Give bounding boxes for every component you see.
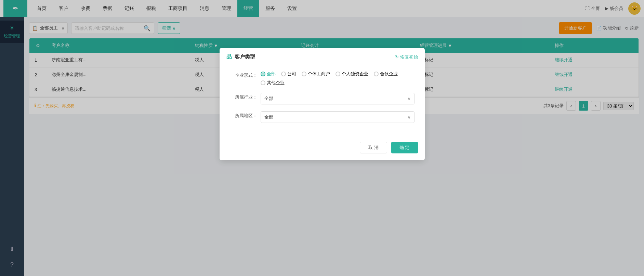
- radio-dot-sole: [336, 72, 340, 76]
- modal-cancel-button[interactable]: 取 消: [360, 142, 387, 153]
- modal-confirm-button[interactable]: 确 定: [391, 142, 418, 153]
- reset-label: 恢复初始: [400, 54, 418, 60]
- enterprise-form-label: 企业形式：: [230, 71, 257, 78]
- region-label: 所属地区：: [230, 111, 257, 119]
- radio-dot-all: [261, 72, 265, 76]
- enterprise-option-all-label: 全部: [267, 71, 276, 77]
- reset-icon: ↻: [395, 54, 399, 60]
- enterprise-option-individual-label: 个体工商户: [308, 71, 330, 77]
- modal-title-icon: 品: [226, 53, 232, 61]
- enterprise-option-individual[interactable]: 个体工商户: [302, 71, 330, 77]
- industry-form-row: 所属行业： 全部 ∨: [230, 93, 415, 104]
- modal-title: 品 客户类型: [226, 53, 255, 61]
- region-select-value: 全部: [264, 114, 273, 120]
- radio-dot-individual: [302, 72, 306, 76]
- filter-modal: 品 客户类型 ↻ 恢复初始 企业形式： 全部: [220, 48, 425, 160]
- enterprise-options: 全部 公司 个体工商户 个人独资企业: [261, 71, 415, 86]
- radio-dot-company: [281, 72, 286, 76]
- region-select-arrow: ∨: [407, 114, 411, 120]
- region-form-row: 所属地区： 全部 ∨: [230, 111, 415, 123]
- enterprise-option-other[interactable]: 其他企业: [261, 80, 285, 86]
- industry-select-value: 全部: [264, 96, 273, 102]
- industry-select-container: 全部 ∨: [261, 93, 415, 104]
- region-select-container: 全部 ∨: [261, 111, 415, 123]
- enterprise-option-other-label: 其他企业: [267, 80, 285, 86]
- industry-select[interactable]: 全部 ∨: [261, 93, 415, 104]
- enterprise-option-sole[interactable]: 个人独资企业: [336, 71, 368, 77]
- modal-title-text: 客户类型: [235, 54, 255, 60]
- radio-dot-other: [261, 80, 265, 85]
- enterprise-option-all[interactable]: 全部: [261, 71, 276, 77]
- enterprise-form-row: 企业形式： 全部 公司 个体工商户: [230, 71, 415, 86]
- industry-select-arrow: ∨: [407, 96, 411, 101]
- enterprise-option-company[interactable]: 公司: [281, 71, 296, 77]
- modal-overlay[interactable]: 品 客户类型 ↻ 恢复初始 企业形式： 全部: [0, 0, 644, 276]
- modal-body: 企业形式： 全部 公司 个体工商户: [220, 64, 425, 137]
- modal-reset-button[interactable]: ↻ 恢复初始: [395, 54, 418, 60]
- industry-label: 所属行业：: [230, 93, 257, 100]
- enterprise-option-partnership[interactable]: 合伙企业: [374, 71, 398, 77]
- enterprise-option-sole-label: 个人独资企业: [342, 71, 368, 77]
- enterprise-radio-group: 全部 公司 个体工商户 个人独资企业: [261, 71, 415, 86]
- enterprise-option-partnership-label: 合伙企业: [380, 71, 398, 77]
- radio-dot-partnership: [374, 72, 379, 76]
- enterprise-option-company-label: 公司: [287, 71, 296, 77]
- modal-header: 品 客户类型 ↻ 恢复初始: [220, 48, 425, 64]
- region-select[interactable]: 全部 ∨: [261, 111, 415, 123]
- modal-footer: 取 消 确 定: [220, 137, 425, 160]
